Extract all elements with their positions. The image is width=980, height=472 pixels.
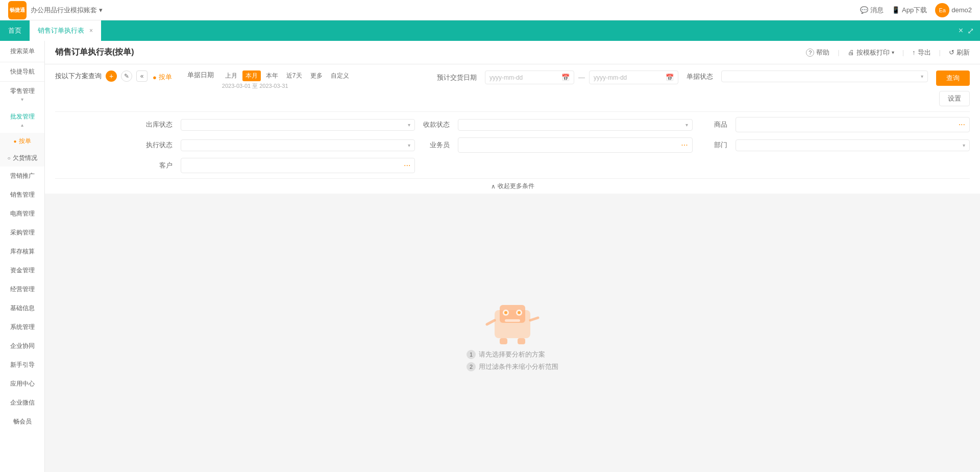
tab-minimize-btn[interactable]: × (959, 26, 963, 35)
message-btn[interactable]: 💬 消息 (860, 6, 884, 15)
divider2: | (902, 49, 904, 56)
expected-date-from[interactable]: yyyy-mm-dd 📅 (485, 70, 574, 84)
message-icon: 💬 (860, 6, 868, 14)
exec-status-filter: 执行状态 ▾ (146, 139, 415, 151)
goods-dots-icon[interactable]: ··· (957, 120, 965, 129)
sidebar-item-system[interactable]: 系统管理 (0, 318, 44, 337)
top-bar-right: 💬 消息 📱 App下载 Ea demo2 (860, 3, 972, 17)
customer-select[interactable]: ··· (181, 158, 415, 173)
date-tab-last7[interactable]: 近7天 (283, 70, 305, 81)
tab-maximize-btn[interactable]: ⤢ (967, 26, 974, 36)
delivery-chevron-icon: ▾ (408, 122, 410, 128)
payment-chevron-icon: ▾ (685, 122, 688, 128)
sidebar-item-retail[interactable]: 零售管理 ▾ (0, 82, 44, 107)
query-btn-group: 查询 设置 (936, 70, 970, 106)
empty-step-2: 2 用过滤条件来缩小分析范围 (467, 362, 558, 371)
main-layout: 搜索菜单 快捷导航 零售管理 ▾ 批发管理 ▴ ● 按单 ○ 欠货情况 营销推广 (0, 41, 980, 472)
print-btn[interactable]: 🖨 按模板打印 ▾ (848, 48, 894, 57)
scheme-collapse-btn[interactable]: « (136, 70, 148, 82)
customer-dots-icon[interactable]: ··· (402, 161, 410, 170)
print-icon: 🖨 (848, 49, 854, 56)
user-profile[interactable]: Ea demo2 (935, 3, 972, 17)
app-download-btn[interactable]: 📱 App下载 (892, 6, 927, 15)
sidebar-item-inventory[interactable]: 库存核算 (0, 242, 44, 261)
export-btn[interactable]: ↑ 导出 (912, 48, 931, 57)
delivery-status-filter: 出库状态 ▾ (146, 119, 415, 131)
salesperson-select[interactable]: ··· (458, 137, 692, 153)
inline-filters: 单据日期 上月 本月 本年 近7天 更多 自定义 2023-03-01 至 20… (177, 70, 970, 106)
svg-line-7 (487, 320, 495, 324)
help-btn[interactable]: ? 帮助 (806, 48, 829, 57)
payment-status-select[interactable]: ▾ (458, 119, 692, 131)
settings-button[interactable]: 设置 (939, 91, 970, 106)
salesperson-dots-icon[interactable]: ··· (679, 140, 688, 150)
page-title: 销售订单执行表(按单) (55, 47, 134, 58)
sidebar-item-newuser[interactable]: 新手引导 (0, 356, 44, 374)
sidebar-item-marketing[interactable]: 营销推广 (0, 167, 44, 185)
sidebar-item-member[interactable]: 畅会员 (0, 412, 44, 431)
chevron-up-icon: ∧ (491, 183, 496, 190)
query-button[interactable]: 查询 (936, 70, 970, 86)
breadcrumb-arrow-icon[interactable]: ▾ (99, 6, 103, 14)
scheme-list: ● 按单 (148, 70, 177, 84)
scheme-edit-btn[interactable]: ✎ (121, 70, 132, 82)
calendar-icon-1: 📅 (561, 74, 570, 81)
tab-bar: 首页 销售订单执行表 × × ⤢ (0, 20, 980, 41)
sidebar-item-basic[interactable]: 基础信息 (0, 299, 44, 318)
sidebar-item-wecom[interactable]: 企业微信 (0, 393, 44, 412)
top-bar-left: 畅捷通 办公用品行业模拟账套 ▾ (8, 1, 103, 19)
sidebar-item-enterprise[interactable]: 企业协同 (0, 337, 44, 356)
sidebar-subitem-order[interactable]: ● 按单 (0, 133, 44, 150)
scheme-order-icon: ● (153, 74, 157, 81)
tab-sales-order[interactable]: 销售订单执行表 × (30, 20, 101, 41)
sidebar: 搜索菜单 快捷导航 零售管理 ▾ 批发管理 ▴ ● 按单 ○ 欠货情况 营销推广 (0, 41, 45, 472)
date-tab-this-month[interactable]: 本月 (242, 70, 261, 81)
date-tab-last-month[interactable]: 上月 (222, 70, 240, 81)
chevron-down-icon: ▾ (21, 97, 23, 102)
sidebar-subitem-debt[interactable]: ○ 欠货情况 (0, 150, 44, 167)
breadcrumb: 办公用品行业模拟账套 ▾ (31, 6, 103, 15)
scheme-add-btn[interactable]: + (106, 70, 117, 82)
svg-rect-6 (505, 319, 520, 322)
divider: | (838, 49, 839, 56)
refresh-icon: ↺ (949, 49, 954, 56)
sidebar-search-section: 搜索菜单 (0, 41, 44, 62)
expected-date-to[interactable]: yyyy-mm-dd 📅 (589, 70, 678, 84)
exec-status-select[interactable]: ▾ (181, 139, 415, 151)
tab-home[interactable]: 首页 (0, 20, 30, 41)
date-tab-this-year[interactable]: 本年 (263, 70, 281, 81)
svg-rect-9 (500, 338, 507, 344)
scheme-item-order[interactable]: ● 按单 (148, 70, 177, 84)
collapse-more-btn[interactable]: ∧ 收起更多条件 (55, 178, 970, 194)
goods-filter: 商品 ··· (701, 117, 970, 132)
status-select[interactable]: ▾ (721, 70, 928, 82)
date-tab-more[interactable]: 更多 (307, 70, 326, 81)
customer-filter: 客户 ··· (146, 158, 415, 173)
refresh-btn[interactable]: ↺ 刷新 (949, 48, 970, 57)
sidebar-item-operation[interactable]: 经营管理 (0, 280, 44, 299)
department-select[interactable]: ▾ (736, 139, 970, 151)
delivery-status-select[interactable]: ▾ (181, 119, 415, 131)
sidebar-item-sales[interactable]: 销售管理 (0, 185, 44, 204)
page-header-actions: ? 帮助 | 🖨 按模板打印 ▾ | ↑ 导出 | ↺ 刷新 (806, 48, 970, 57)
help-icon: ? (806, 49, 814, 57)
order-icon: ● (13, 138, 16, 144)
svg-line-8 (530, 318, 538, 320)
export-icon: ↑ (912, 49, 916, 56)
quick-nav-btn[interactable]: 快捷导航 (0, 64, 44, 79)
filter-row-2: 出库状态 ▾ 收款状态 ▾ 商品 (55, 112, 970, 137)
debt-icon: ○ (7, 155, 10, 161)
goods-select[interactable]: ··· (736, 117, 970, 132)
empty-state-icon (482, 295, 543, 346)
sidebar-item-finance[interactable]: 资金管理 (0, 261, 44, 280)
tab-close-icon[interactable]: × (89, 27, 93, 34)
sidebar-item-appstore[interactable]: 应用中心 (0, 374, 44, 393)
date-tab-custom[interactable]: 自定义 (328, 70, 352, 81)
sidebar-item-wholesale[interactable]: 批发管理 ▴ (0, 107, 44, 133)
sidebar-item-purchase[interactable]: 采购管理 (0, 223, 44, 242)
status-filter: 单据状态 ▾ (687, 70, 928, 82)
sidebar-item-ecommerce[interactable]: 电商管理 (0, 204, 44, 223)
step-1-num: 1 (467, 350, 476, 359)
search-menu-btn[interactable]: 搜索菜单 (4, 45, 40, 58)
app-logo: 畅捷通 (8, 1, 27, 19)
